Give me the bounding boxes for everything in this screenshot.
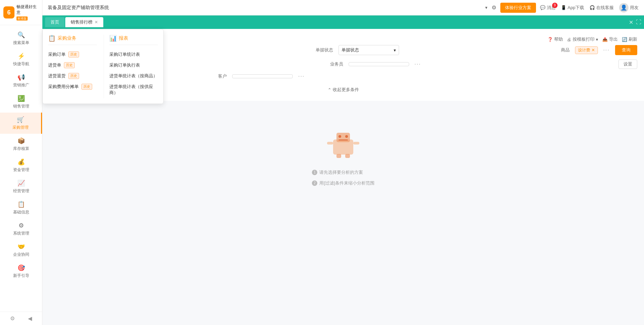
sidebar-settings-button[interactable]: ⚙ [10, 315, 15, 322]
empty-svg [326, 128, 360, 161]
sidebar-item-quicknav[interactable]: ⚡ 快捷导航 [0, 49, 42, 70]
sidebar-item-basicinfo[interactable]: 📋 基础信息 [0, 197, 42, 218]
tab-sales-ranking[interactable]: 销售排行榜 ✕ [65, 17, 103, 27]
sidebar-item-purchase-label: 采购管理 [12, 125, 29, 130]
sidebar-item-sales-label: 销售管理 [13, 104, 29, 109]
sidebar-item-finance[interactable]: 💰 资金管理 [0, 155, 42, 176]
help-button[interactable]: ❓ 帮助 [547, 36, 563, 42]
sidebar-item-purchase[interactable]: 🛒 采购管理 [0, 113, 42, 134]
messages-badge: 9 [552, 3, 558, 8]
goods-tag-close[interactable]: ✕ [592, 48, 595, 52]
purchase-cost-history-badge: 历史 [81, 84, 92, 90]
sidebar-item-operations-label: 经营管理 [13, 188, 29, 194]
collapse-label: 收起更多条件 [333, 87, 359, 93]
salesperson-select[interactable] [349, 62, 409, 66]
print-button[interactable]: 🖨 按模板打印 ▾ [567, 36, 598, 42]
print-icon: 🖨 [567, 37, 571, 42]
sidebar-item-collab[interactable]: 🤝 企业协同 [0, 240, 42, 261]
status-select[interactable]: 单据状态 ▾ [338, 45, 399, 55]
sidebar-logo: 6 畅捷通好生意 标准版 [0, 0, 42, 25]
tab-bar-maximize-button[interactable]: ⛶ [636, 19, 641, 26]
sidebar-nav: 🔍 搜索菜单 ⚡ 快捷导航 📢 营销推广 💹 销售管理 🛒 采购管理 📦 [0, 25, 42, 312]
goods-filter-tag: 设计费 ✕ [575, 46, 598, 54]
sidebar-item-search[interactable]: 🔍 搜索菜单 [0, 28, 42, 49]
tab-close-icon[interactable]: ✕ [95, 20, 98, 25]
messages-button[interactable]: 💬 消息 9 [540, 5, 556, 11]
app-download-label: App下载 [568, 5, 584, 11]
help-icon: ❓ [547, 37, 553, 42]
goods-return-history-badge: 历史 [68, 73, 79, 79]
dropdown-item-purchase-order[interactable]: 采购订单 历史 [48, 49, 97, 60]
svg-rect-4 [338, 139, 348, 140]
goods-return-label: 进货退货 [48, 73, 66, 79]
sidebar-item-guide[interactable]: 🎯 新手引导 [0, 261, 42, 282]
app-download-button[interactable]: 📱 App下载 [561, 5, 584, 11]
report-col-icon: 📊 [109, 35, 117, 42]
sidebar-item-sales[interactable]: 💹 销售管理 [0, 91, 42, 113]
customer-select[interactable] [232, 74, 293, 78]
dropdown-report-title: 📊 报表 [109, 35, 158, 45]
tab-sales-ranking-label: 销售排行榜 [71, 19, 93, 25]
dropdown-item-receipt-stats-goods[interactable]: 进货单统计表（按商品） [109, 71, 158, 81]
basicinfo-icon: 📋 [17, 201, 25, 208]
dropdown-report-col: 📊 报表 采购订单统计表 采购订单执行表 进货单统计表（按商品） 进货单统计表（… [104, 35, 158, 98]
top-header: 装备及固定资产辅助管理系统 ▾ ⚙ 体验行业方案 💬 消息 9 📱 App下载 … [42, 0, 644, 15]
header-title: 装备及固定资产辅助管理系统 [48, 5, 481, 11]
empty-hint-2: 2 用[过滤]条件来缩小分析范围 [312, 179, 374, 188]
collab-icon: 🤝 [17, 243, 25, 250]
sidebar-item-inventory-label: 库存核算 [13, 146, 29, 152]
dropdown-purchase-col: 📋 采购业务 采购订单 历史 进货单 历史 进货退货 历史 采购费用分摊单 [48, 35, 97, 98]
goods-filter-ellipsis[interactable]: ··· [603, 47, 610, 53]
refresh-button[interactable]: 🔄 刷新 [622, 36, 637, 42]
logo-name: 畅捷通好生意 [16, 4, 39, 15]
guide-icon: 🎯 [17, 264, 25, 272]
solution-button[interactable]: 体验行业方案 [500, 3, 536, 13]
svg-rect-7 [336, 154, 341, 158]
header-settings-button[interactable]: ⚙ [492, 4, 496, 11]
logo-text-area: 畅捷通好生意 标准版 [16, 4, 39, 21]
dropdown-item-goods-receipt[interactable]: 进货单 历史 [48, 60, 97, 71]
dropdown-item-receipt-stats-supplier[interactable]: 进货单统计表（按供应商） [109, 81, 158, 98]
refresh-icon: 🔄 [622, 37, 627, 42]
dropdown-item-purchase-cost[interactable]: 采购费用分摊单 历史 [48, 81, 97, 92]
empty-text: 1 请先选择要分析的方案 2 用[过滤]条件来缩小分析范围 [312, 168, 374, 188]
status-select-value: 单据状态 [342, 47, 359, 53]
settings-button[interactable]: 设置 [618, 59, 637, 69]
collapse-button[interactable]: ⌃ 收起更多条件 [324, 85, 363, 95]
order-stats-label: 采购订单统计表 [109, 51, 140, 57]
customer-filter-ellipsis[interactable]: ··· [298, 73, 305, 79]
svg-point-3 [345, 135, 348, 138]
tab-bar-close-button[interactable]: ✕ [629, 19, 633, 26]
sidebar-item-quicknav-label: 快捷导航 [13, 61, 29, 67]
sidebar-item-operations[interactable]: 📈 经营管理 [0, 176, 42, 197]
goods-receipt-label: 进货单 [48, 62, 61, 68]
purchase-col-title-text: 采购业务 [58, 35, 76, 41]
svg-rect-5 [327, 142, 333, 145]
user-menu[interactable]: 👤 用友 [619, 3, 639, 12]
report-col-title-text: 报表 [119, 35, 128, 41]
marketing-icon: 📢 [17, 74, 25, 81]
header-dropdown[interactable]: ▾ [485, 5, 488, 10]
online-service-button[interactable]: 🎧 在线客服 [589, 5, 614, 11]
sidebar-item-marketing[interactable]: 📢 营销推广 [0, 70, 42, 91]
dropdown-item-order-stats[interactable]: 采购订单统计表 [109, 49, 158, 60]
sidebar-item-system[interactable]: ⚙ 系统管理 [0, 218, 42, 240]
hint1-dot: 1 [312, 170, 317, 175]
purchase-order-history-badge: 历史 [68, 51, 79, 57]
service-icon: 🎧 [589, 5, 595, 10]
query-button[interactable]: 查询 [615, 45, 637, 55]
quicknav-icon: ⚡ [17, 52, 25, 60]
order-exec-label: 采购订单执行表 [109, 62, 140, 68]
export-button[interactable]: 📤 导出 [602, 36, 618, 42]
svg-point-2 [338, 135, 341, 138]
dropdown-item-goods-return[interactable]: 进货退货 历史 [48, 71, 97, 81]
tab-bar-actions: ✕ ⛶ [629, 19, 641, 26]
salesperson-filter-ellipsis[interactable]: ··· [415, 61, 421, 67]
dropdown-item-order-exec[interactable]: 采购订单执行表 [109, 60, 158, 71]
sidebar-item-inventory[interactable]: 📦 库存核算 [0, 134, 42, 155]
user-label: 用友 [630, 5, 639, 11]
sidebar-collapse-button[interactable]: ◀ [28, 315, 32, 322]
tab-home[interactable]: 首页 [45, 17, 65, 27]
sidebar-item-marketing-label: 营销推广 [13, 82, 29, 88]
finance-icon: 💰 [17, 158, 25, 166]
